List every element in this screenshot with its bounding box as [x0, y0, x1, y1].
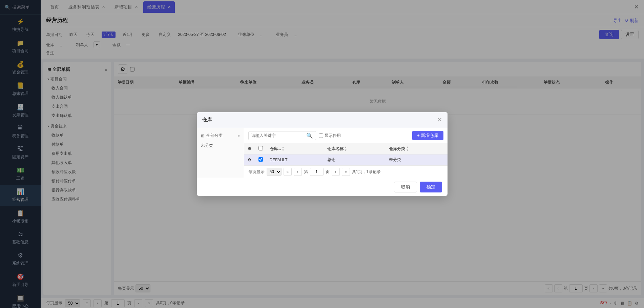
modal-page-size-select[interactable]: 50: [267, 168, 282, 176]
modal-search-icon: 🔍: [306, 132, 313, 139]
modal-col-checkbox: [255, 143, 266, 155]
modal-row-name: 总仓: [324, 155, 386, 165]
modal-search-input[interactable]: [251, 133, 305, 138]
modal-confirm-btn[interactable]: 确定: [420, 182, 442, 192]
modal-overlay: 仓库 ✕ ⊞ 全部分类 « 未分类: [0, 0, 644, 308]
modal-all-categories[interactable]: ⊞ 全部分类 «: [197, 131, 244, 141]
modal-category-panel: ⊞ 全部分类 « 未分类: [197, 128, 244, 178]
modal-prev-page[interactable]: ‹: [294, 168, 302, 176]
modal-search-box: 🔍: [248, 131, 316, 140]
modal-total-info: 共1页，1条记录: [352, 169, 381, 175]
modal-row-checkbox: [255, 155, 266, 165]
modal-right-panel: 🔍 显示停用 + 新增仓库 ⚙: [244, 128, 448, 178]
show-disabled-checkbox[interactable]: [319, 134, 323, 138]
modal-col-code: 仓库... ▲▼: [266, 143, 324, 155]
modal-toolbar: 🔍 显示停用 + 新增仓库: [244, 128, 448, 143]
warehouse-modal: 仓库 ✕ ⊞ 全部分类 « 未分类: [197, 112, 448, 196]
row-checkbox[interactable]: [258, 157, 263, 162]
modal-col-settings: ⚙: [244, 143, 255, 155]
show-disabled-label[interactable]: 显示停用: [319, 133, 341, 139]
modal-title: 仓库: [202, 117, 212, 123]
modal-table-footer: 每页显示 50 « ‹ 第 页 › » 共1页，1条记录: [244, 165, 448, 178]
modal-row-settings: ⚙: [244, 155, 255, 165]
modal-header: 仓库 ✕: [197, 112, 448, 128]
modal-collapse-icon[interactable]: «: [237, 134, 240, 138]
grid-modal-icon: ⊞: [201, 134, 204, 138]
modal-row-code: DEFAULT: [266, 155, 324, 165]
modal-next-page[interactable]: ›: [332, 168, 340, 176]
modal-footer-buttons: 取消 确定: [197, 178, 448, 196]
modal-row-category: 未分类: [386, 155, 447, 165]
modal-table-row[interactable]: ⚙ DEFAULT 总仓 未分类: [244, 155, 448, 165]
modal-cancel-btn[interactable]: 取消: [394, 182, 417, 192]
modal-close-btn[interactable]: ✕: [437, 116, 442, 124]
modal-first-page[interactable]: «: [284, 168, 292, 176]
modal-page-input[interactable]: [310, 168, 324, 176]
modal-select-all[interactable]: [258, 146, 263, 150]
modal-table: ⚙ 仓库... ▲▼ 仓库名称: [244, 143, 448, 165]
modal-col-category: 仓库分类 ▲▼: [386, 143, 447, 155]
add-warehouse-btn[interactable]: + 新增仓库: [412, 131, 443, 140]
modal-unclassified[interactable]: 未分类: [197, 141, 244, 150]
modal-last-page[interactable]: »: [342, 168, 350, 176]
modal-pagination: 每页显示 50 « ‹ 第 页 › » 共1页，1条记录: [248, 168, 381, 176]
modal-table-wrap: ⚙ 仓库... ▲▼ 仓库名称: [244, 143, 448, 165]
modal-body: ⊞ 全部分类 « 未分类 🔍 显示停用: [197, 128, 448, 178]
modal-col-name: 仓库名称 ▲▼: [324, 143, 386, 155]
